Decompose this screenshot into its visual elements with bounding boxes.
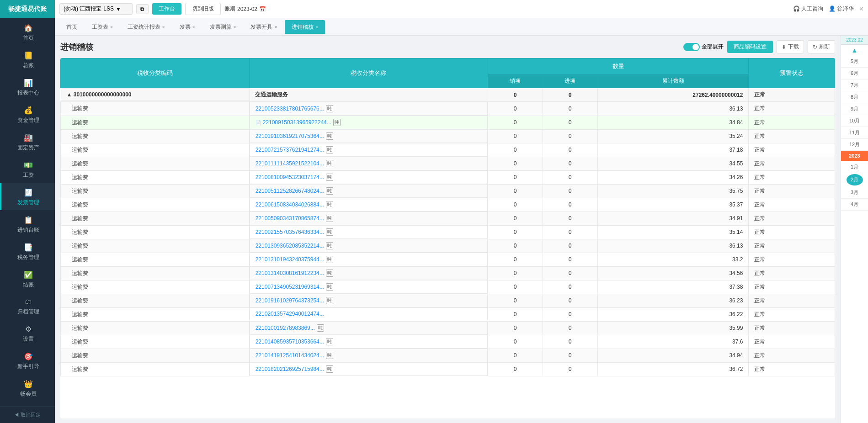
sidebar-item-vip[interactable]: 👑 畅会员 xyxy=(0,374,55,402)
cell-status: 正常 xyxy=(749,88,835,102)
tab-invoice[interactable]: 发票 × xyxy=(173,20,202,34)
sidebar-item-settings[interactable]: ⚙ 设置 xyxy=(0,319,55,347)
cell-purchase: 0 xyxy=(543,266,597,280)
tab-invoice-close[interactable]: × xyxy=(192,25,195,30)
cell-name: 运输费 xyxy=(61,239,250,253)
cell-purchase: 0 xyxy=(543,157,597,170)
sidebar-item-accounting[interactable]: ✅ 结账 xyxy=(0,265,55,292)
table-row[interactable]: 运输费 221013101943240375944... 吨 0 0 33.2 … xyxy=(61,253,835,266)
table-row[interactable]: 运输费 221005112528266748024... 吨 0 0 35.75… xyxy=(61,184,835,198)
sidebar-item-home[interactable]: 🏠 首页 xyxy=(0,18,55,46)
cell-invoice: 221007134905231969314... 吨 xyxy=(250,280,488,294)
topbar: (勿动) 江西报宝-LSS ▼ ⧉ 工作台 切到旧版 账期 2023-02 📅 … xyxy=(55,0,868,18)
calendar-icon[interactable]: 📅 xyxy=(259,6,266,12)
month-9[interactable]: 9月 xyxy=(841,103,868,115)
cell-cumulative: 37.18 xyxy=(597,143,749,157)
month-10[interactable]: 10月 xyxy=(841,115,868,127)
cell-invoice: 221013101943240375944... 吨 xyxy=(250,253,488,266)
table-row[interactable]: 运输费 221013140308161912234... 吨 0 0 34.56… xyxy=(61,266,835,280)
table-row[interactable]: 运输费 📄 221009150313965922244... 吨 0 0 34.… xyxy=(61,116,835,129)
page-actions: 全部展开 商品编码设置 ⬇ 下载 ↻ 刷新 xyxy=(683,40,835,53)
tab-payroll-close[interactable]: × xyxy=(110,25,113,30)
month-5[interactable]: 5月 xyxy=(841,56,868,68)
settings-icon: ⚙ xyxy=(25,325,32,333)
month-8[interactable]: 8月 xyxy=(841,91,868,103)
refresh-btn[interactable]: ↻ 刷新 xyxy=(808,40,835,53)
sidebar-item-capital[interactable]: 💰 资金管理 xyxy=(0,100,55,128)
sidebar-pin-toggle[interactable]: ◀ 取消固定 xyxy=(0,407,55,423)
table-row[interactable]: 运输费 221018202126925715984... 吨 0 0 36.72… xyxy=(61,362,835,376)
month-6[interactable]: 6月 xyxy=(841,68,868,79)
sidebar-item-label: 税务管理 xyxy=(17,254,39,261)
cell-sales: 0 xyxy=(488,349,543,362)
cell-name: 运输费 xyxy=(61,129,250,143)
sidebar-item-tax-mgmt[interactable]: 📑 税务管理 xyxy=(0,238,55,265)
table-row[interactable]: ▲ 3010000000000000000 交通运输服务 0 0 27262.4… xyxy=(61,88,835,102)
user-avatar[interactable]: 👤 徐泽华 xyxy=(829,5,853,13)
table-row[interactable]: 运输费 221019161029764373254... 吨 0 0 36.23… xyxy=(61,294,835,307)
tab-invoice-reconcile[interactable]: 进销稽核 × xyxy=(285,20,325,34)
settings-btn[interactable]: 商品编码设置 xyxy=(727,41,773,53)
table-row[interactable]: 运输费 221014191254101434024... 吨 0 0 34.94… xyxy=(61,349,835,362)
table-row[interactable]: 运输费 221011111435921522104... 吨 0 0 34.55… xyxy=(61,157,835,170)
switch-version-button[interactable]: 切到旧版 xyxy=(185,3,221,15)
table-row[interactable]: 运输费 221007215737621941274... 吨 0 0 37.18… xyxy=(61,143,835,157)
month-2[interactable]: 2月 xyxy=(847,174,863,186)
sidebar-item-ledger[interactable]: 📒 总账 xyxy=(0,46,55,73)
tab-payroll[interactable]: 工资表 × xyxy=(85,20,120,34)
cell-name: 运输费 xyxy=(61,335,250,349)
tab-payroll-stats[interactable]: 工资统计报表 × xyxy=(121,20,172,34)
cell-invoice: 221014191254101434024... 吨 xyxy=(250,349,488,362)
sidebar-item-label: 总账 xyxy=(23,62,34,69)
table-row[interactable]: 运输费 221006150834034026884... 吨 0 0 35.37… xyxy=(61,198,835,212)
cell-status: 正常 xyxy=(749,294,835,307)
cell-status: 正常 xyxy=(749,129,835,143)
tab-invoice-open-close[interactable]: × xyxy=(274,25,277,30)
cell-invoice: 221005112528266748024... 吨 xyxy=(250,184,488,198)
table-row[interactable]: 运输费 221002155703576436334... 吨 0 0 35.14… xyxy=(61,225,835,239)
sidebar-item-sales-ledger[interactable]: 📋 进销台账 xyxy=(0,210,55,238)
cell-cumulative: 36.72 xyxy=(597,362,749,376)
cell-invoice: 221005233817801765676... 吨 xyxy=(250,102,488,116)
table-row[interactable]: 运输费 221008100945323037174... 吨 0 0 34.26… xyxy=(61,170,835,184)
scroll-up-arrow[interactable]: ▲ xyxy=(841,45,868,56)
sidebar-item-invoice-mgmt[interactable]: 🧾 发票管理 xyxy=(0,183,55,210)
cell-status: 正常 xyxy=(749,143,835,157)
sidebar-item-payroll[interactable]: 💵 工资 xyxy=(0,155,55,183)
tab-invoice-reconcile-close[interactable]: × xyxy=(315,25,318,30)
close-button[interactable]: × xyxy=(859,5,863,13)
month-7[interactable]: 7月 xyxy=(841,79,868,91)
support-link[interactable]: 🎧 人工咨询 xyxy=(793,5,823,13)
tab-payroll-stats-close[interactable]: × xyxy=(162,25,165,30)
sidebar-item-assets[interactable]: 🏭 固定资产 xyxy=(0,128,55,155)
company-selector[interactable]: (勿动) 江西报宝-LSS ▼ xyxy=(59,3,133,15)
month-11[interactable]: 11月 xyxy=(841,127,868,139)
sidebar-item-guide[interactable]: 🎯 新手引导 xyxy=(0,347,55,374)
month-3[interactable]: 3月 xyxy=(841,187,868,199)
table-row[interactable]: 运输费 221020135742940012474... 0 0 36.22 正… xyxy=(61,307,835,321)
table-row[interactable]: 运输费 221005090343170865874... 吨 0 0 34.91… xyxy=(61,212,835,225)
table-row[interactable]: 运输费 221013093652085352214... 吨 0 0 36.13… xyxy=(61,239,835,253)
tab-home[interactable]: 首页 xyxy=(59,20,84,34)
table-row[interactable]: 运输费 221010019278983869... 吨 0 0 35.99 正常 xyxy=(61,321,835,335)
assets-icon: 🏭 xyxy=(24,133,33,142)
month-12[interactable]: 12月 xyxy=(841,139,868,151)
download-btn[interactable]: ⬇ 下载 xyxy=(777,40,804,53)
table-row[interactable]: 运输费 221007134905231969314... 吨 0 0 37.38… xyxy=(61,280,835,294)
tab-invoice-verify-label: 发票测算 xyxy=(210,23,232,31)
cell-status: 正常 xyxy=(749,362,835,376)
month-4[interactable]: 4月 xyxy=(841,199,868,211)
tab-invoice-verify[interactable]: 发票测算 × xyxy=(203,20,243,34)
table-row[interactable]: 运输费 221005233817801765676... 吨 0 0 36.13… xyxy=(61,102,835,116)
copy-button[interactable]: ⧉ xyxy=(136,4,149,14)
workspace-button[interactable]: 工作台 xyxy=(152,3,181,15)
sidebar-item-archive[interactable]: 🗂 归档管理 xyxy=(0,292,55,319)
tab-invoice-verify-close[interactable]: × xyxy=(234,25,236,30)
table-row[interactable]: 运输费 221014085935710353664... 吨 0 0 37.6 … xyxy=(61,335,835,349)
month-1[interactable]: 1月 xyxy=(841,161,868,173)
tab-invoice-open[interactable]: 发票开具 × xyxy=(244,20,284,34)
toggle-switch[interactable] xyxy=(683,43,700,51)
table-row[interactable]: 运输费 221019103619217075364... 吨 0 0 35.24… xyxy=(61,129,835,143)
toggle-expand[interactable]: 全部展开 xyxy=(683,43,724,51)
sidebar-item-reports[interactable]: 📊 报表中心 xyxy=(0,73,55,100)
